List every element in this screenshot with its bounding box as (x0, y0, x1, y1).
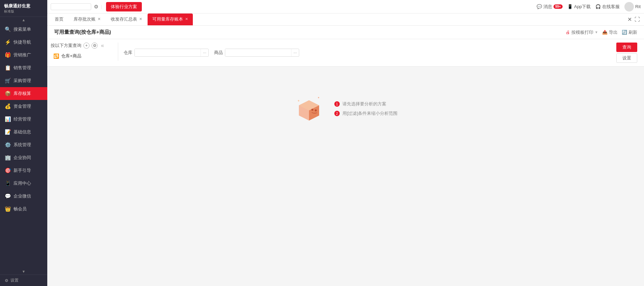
goods-more-btn[interactable]: ··· (291, 49, 299, 56)
sidebar-nav: 🔍搜索菜单⚡快捷导航🎁营销推广📋销售管理🛒采购管理📦库存核算💰资金管理📊经营管理… (0, 23, 47, 268)
main-area: ⚙ | 体验行业方案 💬 消息 99+ 📱 App下载 🎧 在线客服 Rit (47, 0, 644, 286)
tabs-bar-right: ✕ ⛶ (627, 14, 641, 25)
topbar-right: 💬 消息 99+ 📱 App下载 🎧 在线客服 Rit (537, 2, 641, 11)
sidebar-item-label-finance: 资金管理 (14, 103, 31, 109)
tab-close-batch[interactable]: ✕ (98, 17, 101, 21)
operation-icon: 📊 (5, 116, 11, 122)
sidebar-item-finance[interactable]: 💰资金管理 (0, 100, 47, 113)
tab-receipt[interactable]: 收发存汇总表✕ (106, 14, 147, 25)
print-icon: 🖨 (566, 30, 570, 35)
warehouse-input-wrap: ··· (134, 49, 209, 57)
warehouse-input[interactable] (135, 49, 201, 56)
tab-available[interactable]: 可用量库存账本✕ (148, 14, 193, 25)
basic-icon: 📝 (5, 129, 11, 135)
avatar (624, 2, 634, 11)
sidebar-item-wechat[interactable]: 💬企业微信 (0, 190, 47, 203)
sidebar-item-label-search: 搜索菜单 (14, 26, 31, 32)
sidebar-bottom[interactable]: ⚙ 设置 (0, 275, 47, 286)
tab-label-batch: 库存批次账 (74, 16, 96, 22)
topbar-gear-icon[interactable]: ⚙ (94, 4, 98, 10)
sidebar-item-shortcut[interactable]: ⚡快捷导航 (0, 36, 47, 49)
sidebar-item-label-marketing: 营销推广 (14, 52, 31, 58)
industry-solution-button[interactable]: 体验行业方案 (106, 2, 142, 11)
tab-home[interactable]: 首页 (50, 14, 68, 25)
schemes-label: 按以下方案查询 (51, 43, 81, 49)
filter-group-goods: 商品 ··· (214, 49, 299, 57)
enterprise-icon: 🏢 (5, 155, 11, 161)
settings-button[interactable]: 设置 (616, 53, 637, 63)
filter-fields: 仓库 ··· 商品 ··· (118, 43, 637, 63)
marketing-icon: 🎁 (5, 52, 11, 58)
scheme-settings-icon[interactable]: ⚙ (92, 43, 98, 49)
goods-label: 商品 (214, 50, 223, 56)
sidebar-item-enterprise[interactable]: 🏢企业协同 (0, 151, 47, 164)
system-icon: ⚙️ (5, 142, 11, 148)
logo-sub: 标准版 (4, 9, 43, 14)
export-action[interactable]: 📤 导出 (602, 29, 618, 35)
filter-row-main: 仓库 ··· 商品 ··· (124, 43, 637, 63)
refresh-action[interactable]: 🔄 刷新 (622, 29, 637, 35)
tab-label-receipt: 收发存汇总表 (111, 16, 137, 22)
sidebar-item-sales[interactable]: 📋销售管理 (0, 61, 47, 74)
app-download-item[interactable]: 📱 App下载 (567, 4, 591, 10)
goods-input[interactable] (225, 49, 291, 56)
search-icon: 🔍 (5, 26, 11, 32)
filter-schemes-header: 按以下方案查询 + ⚙ « (51, 43, 115, 49)
tab-close-all-icon[interactable]: ✕ (627, 16, 632, 23)
sidebar-item-search[interactable]: 🔍搜索菜单 (0, 23, 47, 36)
sidebar-item-member[interactable]: 👑畅会员 (0, 203, 47, 215)
page-title: 可用量查询(按仓库+商品) (54, 29, 111, 35)
tab-close-receipt[interactable]: ✕ (139, 17, 142, 21)
refresh-icon: 🔄 (622, 30, 627, 35)
newbie-icon: 🎯 (5, 167, 11, 174)
user-label: Rit (635, 4, 641, 9)
query-button[interactable]: 查询 (616, 43, 637, 52)
logo-title: 畅康通好生意 (4, 3, 43, 9)
print-action[interactable]: 🖨 按模板打印 ▼ (566, 29, 598, 35)
sidebar-item-appstore[interactable]: 📱应用中心 (0, 177, 47, 190)
sales-icon: 📋 (5, 65, 11, 71)
message-item[interactable]: 💬 消息 99+ (537, 4, 563, 10)
online-service-item[interactable]: 🎧 在线客服 (595, 4, 620, 10)
sidebar-item-inventory[interactable]: 📦库存核算 (0, 87, 47, 100)
sidebar-item-label-basic: 基础信息 (14, 129, 31, 135)
sidebar-item-marketing[interactable]: 🎁营销推广 (0, 49, 47, 61)
scheme-item-warehouse-goods[interactable]: 🔁 仓库+商品 (51, 51, 115, 61)
sidebar-item-label-purchase: 采购管理 (14, 78, 31, 84)
sidebar-item-purchase[interactable]: 🛒采购管理 (0, 74, 47, 87)
sidebar-scroll-down[interactable]: ▼ (0, 268, 47, 275)
finance-icon: 💰 (5, 103, 11, 109)
sidebar-item-basic[interactable]: 📝基础信息 (0, 126, 47, 138)
shortcut-icon: ⚡ (5, 39, 11, 45)
tab-close-available[interactable]: ✕ (185, 17, 188, 21)
empty-state-inner: ✦ ✦ 1 请先选择要分析的方案 2 用[过滤]条件来缩小分析范围 (294, 94, 397, 124)
sidebar-item-label-sales: 销售管理 (14, 65, 31, 71)
page-header: 可用量查询(按仓库+商品) 🖨 按模板打印 ▼ 📤 导出 🔄 刷新 (47, 26, 644, 39)
message-label: 消息 (543, 4, 552, 10)
tip-text-1: 请先选择要分析的方案 (342, 101, 386, 107)
search-input[interactable] (51, 3, 91, 10)
settings-icon: ⚙ (5, 278, 8, 283)
empty-state: ✦ ✦ 1 请先选择要分析的方案 2 用[过滤]条件来缩小分析范围 (47, 67, 644, 151)
sidebar-item-system[interactable]: ⚙️系统管理 (0, 138, 47, 151)
tab-batch[interactable]: 库存批次账✕ (69, 14, 105, 25)
print-dropdown-icon[interactable]: ▼ (595, 30, 598, 34)
svg-point-3 (311, 109, 313, 111)
sidebar-scroll-up[interactable]: ▲ (0, 17, 47, 23)
collapse-schemes-icon[interactable]: « (101, 43, 104, 49)
export-label: 导出 (609, 29, 618, 35)
tab-expand-icon[interactable]: ⛶ (635, 17, 640, 23)
tip-num-2: 2 (334, 111, 340, 116)
add-scheme-icon[interactable]: + (83, 43, 89, 49)
filter-group-warehouse: 仓库 ··· (124, 49, 209, 57)
filter-panel: 按以下方案查询 + ⚙ « 🔁 仓库+商品 仓库 (47, 39, 644, 67)
print-label: 按模板打印 (571, 29, 593, 35)
wechat-icon: 💬 (5, 193, 11, 199)
topbar: ⚙ | 体验行业方案 💬 消息 99+ 📱 App下载 🎧 在线客服 Rit (47, 0, 644, 14)
user-avatar-item[interactable]: Rit (624, 2, 641, 11)
sidebar-item-operation[interactable]: 📊经营管理 (0, 113, 47, 126)
warehouse-more-btn[interactable]: ··· (201, 49, 208, 56)
filter-actions: 查询 设置 (616, 43, 637, 63)
member-icon: 👑 (5, 206, 11, 212)
sidebar-item-newbie[interactable]: 🎯新手引导 (0, 164, 47, 177)
